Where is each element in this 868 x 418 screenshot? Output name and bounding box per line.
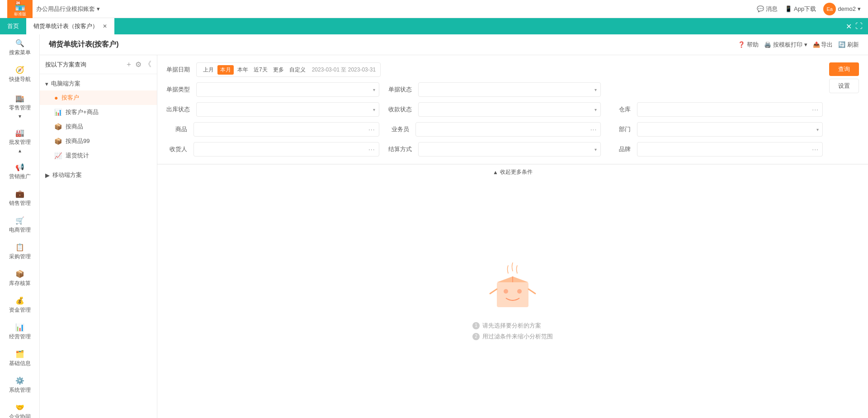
- date-tab-custom[interactable]: 自定义: [288, 65, 307, 75]
- logo[interactable]: 🏪 标准版: [7, 0, 33, 18]
- brand-control[interactable]: ···: [637, 142, 823, 157]
- message-btn[interactable]: 💬 消息: [757, 5, 778, 13]
- date-tab-this-year[interactable]: 本年: [236, 65, 250, 75]
- tab-home-label: 首页: [7, 22, 19, 30]
- filter-item-payment: 结算方式 ▾: [388, 142, 601, 157]
- sidebar-item-sales[interactable]: 💼 销售管理: [0, 185, 39, 212]
- app-title[interactable]: 办公用品行业模拟账套 ▾: [36, 5, 100, 13]
- logo-text: 标准版: [14, 11, 26, 17]
- maximize-window-icon[interactable]: ⛶: [855, 22, 863, 30]
- filter-item-dept: 部门 ▾: [610, 122, 823, 137]
- out-status-control[interactable]: ▾: [196, 102, 379, 117]
- export-icon: 📤: [813, 41, 820, 48]
- receiver-control[interactable]: ···: [193, 142, 379, 157]
- page-actions: ❓ 帮助 🖨️ 按模板打印 ▾ 📤 导出 🔄 刷新: [738, 41, 859, 49]
- retail-arrow: ▾: [19, 113, 21, 119]
- panel: 按以下方案查询 ＋ ⚙ 《 ▾ 电脑端方案 ● 按客户: [40, 55, 868, 418]
- sidebar-item-marketing[interactable]: 📢 营销推广: [0, 158, 39, 185]
- message-icon: 💬: [757, 5, 764, 12]
- tab-home[interactable]: 首页: [0, 18, 26, 34]
- refresh-btn[interactable]: 🔄 刷新: [838, 41, 859, 49]
- empty-tips: 1 请先选择要分析的方案 2 用过滤条件来缩小分析范围: [472, 322, 553, 341]
- system-icon: ⚙️: [15, 376, 24, 385]
- sidebar-item-wholesale[interactable]: 🏭 批发管理 ▴: [0, 124, 39, 158]
- salesman-control[interactable]: ···: [415, 122, 601, 137]
- message-label: 消息: [766, 5, 778, 13]
- type-control[interactable]: ▾: [196, 82, 379, 97]
- template-print-btn[interactable]: 🖨️ 按模板打印 ▾: [764, 41, 807, 49]
- base-icon: 🗂️: [15, 350, 24, 358]
- query-btn[interactable]: 查询: [829, 62, 859, 76]
- date-tab-more[interactable]: 更多: [271, 65, 286, 75]
- sidebar-item-purchase-label: 采购管理: [9, 253, 31, 261]
- empty-tip-2-text: 用过滤条件来缩小分析范围: [482, 332, 553, 341]
- settings-btn[interactable]: 设置: [829, 79, 859, 93]
- scheme-item-by-customer-goods[interactable]: 📊 按客户+商品: [40, 105, 157, 119]
- help-btn[interactable]: ❓ 帮助: [738, 41, 759, 49]
- sidebar-item-cooperation-label: 企业协同: [9, 413, 31, 418]
- collect-status-control[interactable]: ▾: [418, 102, 601, 117]
- dept-control[interactable]: ▾: [637, 122, 823, 137]
- nav-icon: 🧭: [15, 66, 24, 74]
- help-icon: ❓: [738, 41, 745, 48]
- collapse-label: 收起更多条件: [500, 168, 533, 176]
- sidebar-item-retail[interactable]: 🏬 零售管理 ▾: [0, 90, 39, 124]
- window-controls: ✕ ⛶: [846, 18, 868, 34]
- scheme-group-mobile-header[interactable]: ▶ 移动端方案: [40, 168, 157, 182]
- by-customer-icon: ●: [54, 94, 58, 101]
- sidebar-item-ecommerce[interactable]: 🛒 电商管理: [0, 212, 39, 238]
- scheme-group-mobile-arrow: ▶: [45, 172, 50, 179]
- goods-control[interactable]: ···: [193, 122, 379, 137]
- main-area: 🔍 搜索菜单 🧭 快捷导航 🏬 零售管理 ▾ 🏭 批发管理 ▴ 📢 营销推广 💼…: [0, 34, 868, 418]
- scheme-group-mobile: ▶ 移动端方案: [40, 166, 157, 185]
- sidebar-item-system[interactable]: ⚙️ 系统管理: [0, 372, 39, 399]
- status-control[interactable]: ▾: [418, 82, 601, 97]
- payment-control[interactable]: ▾: [418, 142, 601, 157]
- app-title-text: 办公用品行业模拟账套: [36, 5, 95, 13]
- sidebar-item-sales-label: 销售管理: [9, 200, 31, 207]
- sidebar-item-cooperation[interactable]: 🤝 企业协同: [0, 399, 39, 418]
- scheme-item-by-goods-99[interactable]: 📦 按商品99: [40, 134, 157, 148]
- scheme-settings-btn[interactable]: ⚙: [135, 60, 142, 69]
- date-tab-this-month[interactable]: 本月: [217, 65, 234, 75]
- tab-sales-stat-label: 销货单统计表（按客户）: [33, 22, 98, 30]
- status-arrow: ▾: [594, 87, 597, 92]
- app-title-dropdown-icon: ▾: [97, 5, 100, 12]
- sidebar-item-operations[interactable]: 📊 经营管理: [0, 318, 39, 345]
- collapse-row[interactable]: ▲ 收起更多条件: [157, 164, 868, 180]
- tab-sales-stat[interactable]: 销货单统计表（按客户） ✕: [26, 18, 114, 34]
- user-menu[interactable]: Ea demo2 ▾: [823, 3, 861, 15]
- sidebar-item-purchase[interactable]: 📋 采购管理: [0, 238, 39, 265]
- scheme-item-by-goods[interactable]: 📦 按商品: [40, 119, 157, 134]
- warehouse-dots: ···: [812, 106, 819, 113]
- scheme-item-by-customer[interactable]: ● 按客户: [40, 90, 157, 105]
- empty-illustration: [483, 257, 542, 316]
- scheme-item-return-stat[interactable]: 📈 退货统计: [40, 148, 157, 163]
- by-goods-99-icon: 📦: [54, 138, 62, 145]
- app-download-btn[interactable]: 📱 App下载: [785, 5, 816, 13]
- sidebar-item-inventory[interactable]: 📦 库存核算: [0, 265, 39, 292]
- svg-rect-0: [497, 282, 528, 307]
- content-area: 销货单统计表(按客户) ❓ 帮助 🖨️ 按模板打印 ▾ 📤 导出 🔄 刷新: [40, 34, 868, 418]
- query-buttons: 查询 设置: [829, 62, 859, 93]
- sidebar-item-base[interactable]: 🗂️ 基础信息: [0, 345, 39, 372]
- scheme-group-desktop-header[interactable]: ▾ 电脑端方案: [40, 77, 157, 90]
- export-btn[interactable]: 📤 导出: [813, 41, 833, 49]
- date-tab-last-month[interactable]: 上月: [201, 65, 216, 75]
- sidebar-item-system-label: 系统管理: [9, 386, 31, 394]
- sales-icon: 💼: [15, 190, 24, 198]
- sidebar-item-search[interactable]: 🔍 搜索菜单: [0, 34, 39, 61]
- tab-sales-stat-close[interactable]: ✕: [103, 23, 107, 29]
- close-window-icon[interactable]: ✕: [846, 22, 852, 31]
- collect-status-label: 收款状态: [388, 105, 415, 114]
- sidebar-item-ecommerce-label: 电商管理: [9, 226, 31, 234]
- scheme-add-btn[interactable]: ＋: [125, 60, 132, 69]
- scheme-collapse-btn[interactable]: 《: [144, 60, 151, 69]
- date-control[interactable]: 上月 本月 本年 近7天 更多 自定义 2023-03-01 至 2023-03…: [196, 62, 381, 77]
- scheme-item-return-stat-label: 退货统计: [66, 152, 89, 160]
- warehouse-control[interactable]: ···: [637, 102, 823, 117]
- sidebar-item-finance[interactable]: 💰 资金管理: [0, 292, 39, 318]
- sidebar-item-nav[interactable]: 🧭 快捷导航: [0, 61, 39, 88]
- date-tab-last-7[interactable]: 近7天: [252, 65, 269, 75]
- sidebar-item-inventory-label: 库存核算: [9, 280, 31, 287]
